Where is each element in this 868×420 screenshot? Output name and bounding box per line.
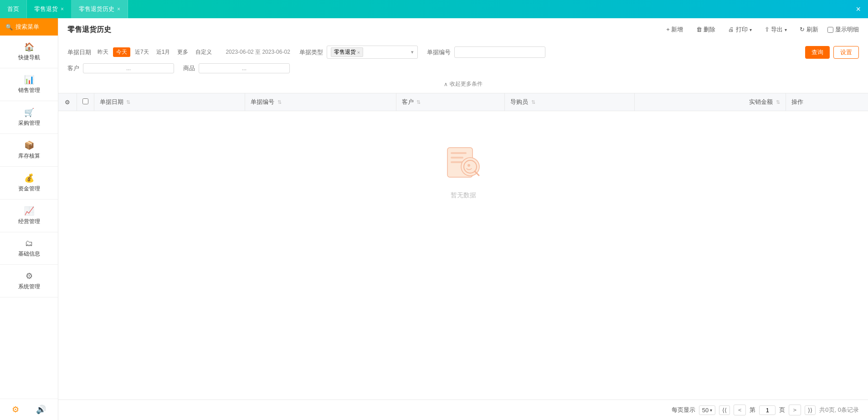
voucher-type-tag: 零售退货 × — [331, 47, 363, 57]
goods-select-button[interactable]: ... — [199, 63, 290, 73]
last-page-button[interactable]: ⟩⟩ — [805, 405, 816, 415]
sort-customer-icon[interactable]: ⇅ — [416, 99, 421, 105]
show-detail-toggle[interactable]: 显示明细 — [827, 26, 859, 34]
date-btn-yesterday[interactable]: 昨天 — [95, 47, 111, 57]
action-buttons-group: 查询 设置 — [805, 46, 859, 59]
main-layout: 🔍 搜索菜单 🏠 快捷导航 📊 销售管理 🛒 采购管理 📦 库存核算 💰 资金管… — [0, 18, 868, 420]
export-button[interactable]: ⇪ 导出 ▾ — [761, 24, 791, 36]
chevron-up-icon: ∧ — [444, 81, 448, 87]
svg-point-7 — [467, 164, 470, 167]
empty-text: 暂无数据 — [451, 191, 476, 200]
delete-button[interactable]: 🗑 删除 — [693, 24, 719, 36]
voucher-number-input[interactable] — [454, 46, 545, 58]
show-detail-checkbox-input[interactable] — [827, 27, 833, 33]
page-unit: 页 — [779, 406, 785, 414]
top-bar: 首页 零售退货 × 零售退货历史 × × — [0, 0, 868, 18]
query-button[interactable]: 查询 — [805, 46, 830, 59]
search-menu-button[interactable]: 🔍 搜索菜单 — [0, 18, 58, 36]
window-close-button[interactable]: × — [848, 5, 868, 14]
empty-state: 暂无数据 — [58, 111, 868, 227]
pagination: 每页显示 50 ▾ ⟨⟨ ＜ 第 页 ＞ ⟩⟩ 共0页, 0条记录 — [58, 400, 868, 420]
date-btn-1month[interactable]: 近1月 — [154, 47, 173, 57]
date-btn-7days[interactable]: 近7天 — [132, 47, 152, 57]
close-retail-return-history-tab[interactable]: × — [117, 6, 120, 12]
settings-icon[interactable]: ⚙ — [65, 99, 70, 106]
main-content: 零售退货历史 + 新增 🗑 删除 🖨 打印 ▾ ⇪ 导出 ▾ — [58, 18, 868, 420]
sidebar-item-sales[interactable]: 📊 销售管理 — [0, 68, 58, 101]
sound-bottom-button[interactable]: 🔊 — [36, 405, 46, 415]
page-title-row: 零售退货历史 + 新增 🗑 删除 🖨 打印 ▾ ⇪ 导出 ▾ — [67, 24, 859, 36]
filter-row-1: 单据日期 昨天 今天 近7天 近1月 更多 自定义 2023-06-02 至 2… — [67, 46, 859, 59]
settings-bottom-button[interactable]: ⚙ — [12, 405, 19, 415]
sidebar-item-finance[interactable]: 💰 资金管理 — [0, 167, 58, 200]
table-area: ⚙ 单据日期 ⇅ 单据编号 ⇅ — [58, 93, 868, 420]
th-amount: 实销金额 ⇅ — [635, 93, 786, 111]
sort-number-icon[interactable]: ⇅ — [277, 99, 282, 105]
date-btn-more[interactable]: 更多 — [175, 47, 191, 57]
remove-type-tag[interactable]: × — [357, 50, 360, 55]
sort-date-icon[interactable]: ⇅ — [126, 99, 130, 105]
customer-select-button[interactable]: ... — [83, 63, 174, 73]
sidebar-item-basic-info[interactable]: 🗂 基础信息 — [0, 232, 58, 265]
table-wrapper: ⚙ 单据日期 ⇅ 单据编号 ⇅ — [58, 93, 868, 400]
date-range-display: 2023-06-02 至 2023-06-02 — [224, 48, 290, 56]
svg-rect-1 — [451, 152, 467, 154]
settings-filter-button[interactable]: 设置 — [833, 46, 859, 59]
print-button[interactable]: 🖨 打印 ▾ — [724, 24, 755, 36]
voucher-number-label: 单据编号 — [427, 48, 451, 56]
filter-row-2: 客户 ... 商品 ... — [67, 63, 859, 73]
chevron-down-icon: ▾ — [750, 27, 752, 32]
sidebar-item-inventory[interactable]: 📦 库存核算 — [0, 134, 58, 167]
next-page-button[interactable]: ＞ — [789, 405, 801, 415]
voucher-number-group: 单据编号 — [427, 46, 545, 58]
data-table: ⚙ 单据日期 ⇅ 单据编号 ⇅ — [58, 93, 868, 111]
customer-label: 客户 — [67, 64, 79, 72]
sidebar-bottom: ⚙ 🔊 — [0, 399, 58, 420]
collapse-row: ∧ 收起更多条件 — [67, 78, 859, 93]
voucher-type-label: 单据类型 — [299, 48, 323, 56]
tab-retail-return-history[interactable]: 零售退货历史 × — [72, 0, 128, 18]
add-button[interactable]: + 新增 — [663, 24, 687, 36]
collapse-button[interactable]: ∧ 收起更多条件 — [439, 79, 487, 89]
voucher-type-select[interactable]: 零售退货 × ▾ — [327, 46, 418, 59]
th-checkbox[interactable] — [77, 93, 94, 111]
page-size-label: 每页显示 — [672, 406, 695, 414]
date-btn-today[interactable]: 今天 — [113, 47, 130, 57]
date-filter-label: 单据日期 — [67, 48, 91, 56]
date-range-text: 2023-06-02 至 2023-06-02 — [226, 48, 290, 56]
sidebar-item-quick-nav[interactable]: 🏠 快捷导航 — [0, 36, 58, 68]
filter-area: 单据日期 昨天 今天 近7天 近1月 更多 自定义 2023-06-02 至 2… — [67, 41, 859, 93]
select-all-checkbox[interactable] — [82, 98, 88, 104]
toolbar: + 新增 🗑 删除 🖨 打印 ▾ ⇪ 导出 ▾ ↻ 刷新 — [663, 24, 859, 36]
sidebar-item-operations[interactable]: 📈 经营管理 — [0, 200, 58, 232]
th-settings[interactable]: ⚙ — [58, 93, 77, 111]
page-label: 第 — [750, 406, 755, 414]
folder-icon: 🗂 — [25, 239, 33, 248]
sidebar: 🔍 搜索菜单 🏠 快捷导航 📊 销售管理 🛒 采购管理 📦 库存核算 💰 资金管… — [0, 18, 58, 420]
sidebar-item-purchase[interactable]: 🛒 采购管理 — [0, 101, 58, 134]
operations-icon: 📈 — [24, 206, 34, 216]
tab-retail-return[interactable]: 零售退货 × — [27, 0, 72, 18]
page-header: 零售退货历史 + 新增 🗑 删除 🖨 打印 ▾ ⇪ 导出 ▾ — [58, 18, 868, 93]
goods-label: 商品 — [183, 64, 195, 72]
th-guide: 导购员 ⇅ — [505, 93, 635, 111]
sidebar-item-system[interactable]: ⚙ 系统管理 — [0, 265, 58, 297]
page-title: 零售退货历史 — [67, 25, 111, 35]
date-btn-custom[interactable]: 自定义 — [193, 47, 215, 57]
total-text: 共0页, 0条记录 — [819, 406, 859, 414]
page-size-arrow: ▾ — [710, 408, 712, 413]
page-size-value: 50 — [702, 407, 709, 414]
cart-icon: 🛒 — [24, 108, 34, 118]
close-retail-return-tab[interactable]: × — [61, 6, 64, 12]
first-page-button[interactable]: ⟨⟨ — [719, 405, 730, 415]
sort-guide-icon[interactable]: ⇅ — [531, 99, 535, 105]
sort-amount-icon[interactable]: ⇅ — [776, 99, 780, 105]
refresh-button[interactable]: ↻ 刷新 — [796, 24, 822, 36]
date-filter-buttons: 昨天 今天 近7天 近1月 更多 自定义 — [95, 47, 215, 57]
tab-home[interactable]: 首页 — [0, 0, 27, 18]
page-size-select[interactable]: 50 ▾ — [699, 405, 715, 415]
type-select-arrow: ▾ — [411, 49, 414, 55]
svg-rect-2 — [451, 157, 463, 159]
prev-page-button[interactable]: ＜ — [734, 405, 746, 415]
current-page-input[interactable] — [759, 405, 776, 415]
